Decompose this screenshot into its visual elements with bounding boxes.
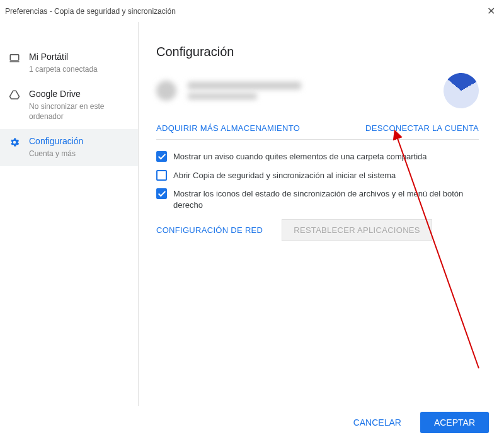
account-name-redacted [188,82,301,89]
sidebar-item-sub: No sincronizar en este ordenador [29,101,129,122]
accept-button[interactable]: ACEPTAR [420,412,489,433]
footer: CANCELAR ACEPTAR [332,403,504,442]
sidebar: Mi Portátil 1 carpeta conectada Google D… [0,22,139,406]
close-icon[interactable]: ✕ [484,5,498,17]
svg-rect-0 [10,55,19,60]
account-row [156,73,479,108]
laptop-icon [9,52,20,64]
storage-pie-icon [437,66,486,116]
checkbox-row[interactable]: Mostrar un aviso cuando quites elementos… [156,151,479,162]
disconnect-account-button[interactable]: DESCONECTAR LA CUENTA [365,123,479,133]
checkbox[interactable] [156,188,167,199]
sidebar-item-sub: 1 carpeta conectada [29,64,98,74]
sidebar-item-settings[interactable]: Configuración Cuenta y más [0,129,138,166]
reset-apps-button: RESTABLECER APLICACIONES [282,219,432,241]
checkbox-label: Mostrar los iconos del estado de sincron… [173,188,479,210]
checkbox-label: Abrir Copia de seguridad y sincronizació… [173,170,396,181]
sidebar-item-sub: Cuenta y más [29,149,83,159]
page-title: Configuración [156,45,479,59]
sidebar-item-title: Google Drive [29,88,129,100]
account-detail-redacted [188,93,257,99]
cancel-button[interactable]: CANCELAR [347,412,408,433]
sidebar-item-drive[interactable]: Google Drive No sincronizar en este orde… [0,82,138,129]
checkbox-row[interactable]: Mostrar los iconos del estado de sincron… [156,188,479,210]
divider [156,139,479,140]
avatar [156,81,176,101]
sidebar-item-title: Mi Portátil [29,51,98,63]
main-panel: Configuración ADQUIRIR MÁS ALMACENAMIENT… [139,22,504,406]
get-more-storage-button[interactable]: ADQUIRIR MÁS ALMACENAMIENTO [156,123,300,133]
network-settings-button[interactable]: CONFIGURACIÓN DE RED [156,225,263,235]
gear-icon [9,137,20,148]
window-title: Preferencias - Copia de seguridad y sinc… [5,7,176,16]
sidebar-item-laptop[interactable]: Mi Portátil 1 carpeta conectada [0,45,138,82]
checkbox-row[interactable]: Abrir Copia de seguridad y sincronizació… [156,170,479,181]
checkbox[interactable] [156,170,167,181]
titlebar: Preferencias - Copia de seguridad y sinc… [0,0,504,22]
checkbox-label: Mostrar un aviso cuando quites elementos… [173,151,427,162]
sidebar-item-title: Configuración [29,135,83,147]
checkbox[interactable] [156,151,167,162]
drive-icon [9,89,20,101]
